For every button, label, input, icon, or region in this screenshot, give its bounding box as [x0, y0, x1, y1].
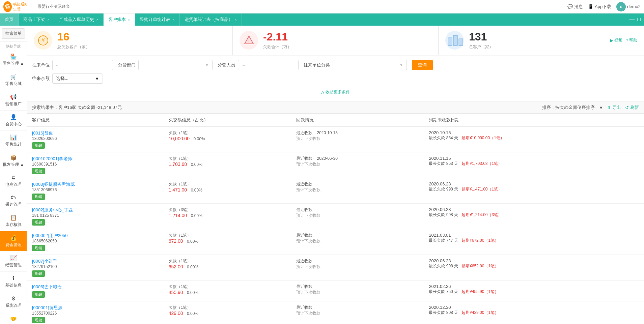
logo-text: 畅捷通好生意 [13, 2, 30, 11]
tab-product-listing[interactable]: 商品上下架 × [19, 13, 54, 26]
dept-input[interactable]: ▼ [138, 60, 213, 70]
collapse-filters-btn[interactable]: ⋀ 收起更多条件 [32, 87, 639, 97]
debt-percent: 0.00% [191, 213, 202, 218]
col-collection-status: 回款情况 [291, 114, 424, 127]
sidebar-item-purchase[interactable]: 🛍 采购管理 [0, 191, 27, 211]
last-collect: 最近收款 [296, 284, 419, 290]
table-row: [0001020001]李老师 18600391516 现销 欠款（1笔） 1,… [27, 152, 644, 178]
overdue-link[interactable]: 超期¥1,471.00（1笔） [461, 187, 502, 192]
overdue-days: 最长欠款 998 天 超期¥1,214.00（3笔） [429, 212, 639, 218]
customer-name-link[interactable]: [0007]小进千 [32, 258, 159, 264]
sidebar-item-member[interactable]: 👤 会员中心 [0, 111, 27, 131]
overdue-link[interactable]: 超期¥10,000.00（1笔） [461, 136, 504, 140]
customer-name-link[interactable]: [0003]畅捷服务尹海蕊 [32, 181, 159, 187]
sidebar-item-inventory[interactable]: 📋 库存核算 [0, 211, 27, 231]
tab-production-history[interactable]: 产成品入库单历史 × [54, 13, 103, 26]
operations-icon: 📈 [2, 255, 25, 261]
next-collect: 预计下次收款 [296, 264, 419, 270]
due-date: 2021.02.26 [429, 284, 639, 289]
ecommerce-icon: 🖥 [2, 175, 25, 181]
help-btn[interactable]: ? 帮助 [626, 37, 637, 43]
close-icon[interactable]: × [96, 18, 98, 22]
debtors-count: 16 [57, 31, 90, 43]
app-download-btn[interactable]: 📱 App下载 [588, 4, 611, 10]
minimize-icon[interactable]: — [629, 17, 635, 23]
view-video-btn[interactable]: ▶ 视频 [610, 37, 622, 43]
mall-icon: 🛒 [2, 73, 25, 80]
cell-collection-3: 最近收款 预计下次收款 [291, 204, 424, 229]
balance-select[interactable]: 选择... ▼ [52, 73, 103, 84]
search-menu-btn[interactable]: 搜索菜单 [2, 28, 25, 39]
tab-home[interactable]: 首页 [0, 13, 19, 26]
overdue-link[interactable]: 超期¥429.00（1笔） [461, 310, 499, 315]
maximize-icon[interactable]: □ [637, 17, 641, 23]
tab-purchase-stats[interactable]: 采购订单统计表 × [135, 13, 179, 26]
next-collect: 预计下次收款 [296, 311, 419, 316]
stat-card-2-info: -2.11 欠款合计（万） [263, 31, 291, 50]
cell-customer-3: [0002]服务中心_丁磊 181 0125 8371 现销 [27, 204, 164, 229]
sidebar-item-retail-stats[interactable]: 📊 零售统计 [0, 131, 27, 151]
debt-amount: 1,703.68 [169, 161, 187, 167]
customer-tag: 现销 [32, 194, 45, 200]
tab-stock-stats[interactable]: 进货单统计表（按商品） × [180, 13, 242, 26]
message-btn[interactable]: 💬 消息 [567, 4, 583, 10]
sidebar-item-marketing[interactable]: 📢 营销推广 [0, 90, 27, 111]
sidebar-item-enterprise[interactable]: 🤝 企业协同 [0, 312, 27, 324]
results-summary: 搜索结果中，客户16家 欠款金额 -21,148.07元 [32, 105, 122, 111]
customer-name-link[interactable]: [0006]去下粮仓 [32, 284, 159, 290]
app-subtitle: 母婴行业演示账套 [34, 4, 70, 9]
sidebar-item-wholesale[interactable]: 📦 批发管理 ▲ [0, 151, 27, 171]
customer-name-link[interactable]: [0001020001]李老师 [32, 156, 159, 162]
overdue-link[interactable]: 超期¥652.00（1笔） [461, 264, 499, 268]
sidebar-item-ecommerce[interactable]: 🖥 电商管理 [0, 171, 27, 191]
close-icon[interactable]: × [235, 18, 237, 22]
customer-name-link[interactable]: [000002]用户2050 [32, 233, 159, 239]
message-icon: 💬 [567, 4, 573, 9]
overdue-link[interactable]: 超期¥455.90（1笔） [461, 289, 499, 294]
system-icon: ⚙ [2, 295, 25, 302]
unit-category-input[interactable]: ▼ [333, 60, 407, 70]
marketing-icon: 📢 [2, 94, 25, 100]
sidebar-item-operations[interactable]: 📈 经营管理 [0, 252, 27, 272]
sidebar-item-system[interactable]: ⚙ 系统管理 [0, 292, 27, 312]
filter-row-2: 往来余额 选择... ▼ [32, 73, 639, 84]
cell-due-7: 2020.12.30 最长欠款 808 天 超期¥429.00（1笔） [424, 301, 644, 324]
sidebar-item-finance[interactable]: 💰 资金管理 [0, 231, 27, 252]
debt-label-text: 欠款（1笔） [169, 130, 286, 136]
stat-card-debtors: ¥ 16 总欠款客户（家） [27, 26, 233, 55]
manager-input[interactable]: ··· [238, 60, 299, 70]
source-unit-input[interactable]: ··· [52, 60, 113, 70]
close-icon[interactable]: × [47, 18, 49, 22]
customer-name-link[interactable]: [0002]服务中心_丁磊 [32, 207, 159, 213]
sidebar-item-basic-info[interactable]: ℹ 基础信息 [0, 272, 27, 292]
debtors-icon: ¥ [34, 31, 52, 50]
customer-tag: 现销 [32, 245, 45, 251]
refresh-btn[interactable]: ↺ 刷新 [625, 105, 639, 111]
cell-collection-5: 最近收款 预计下次收款 [291, 255, 424, 281]
chevron-down-icon: ▼ [205, 63, 209, 67]
due-date: 2021.03.01 [429, 233, 639, 238]
close-icon[interactable]: × [128, 18, 130, 22]
stat-card-total: 131 总客户（家） ▶ 视频 ? 帮助 [439, 26, 644, 55]
export-icon: ⬆ [607, 105, 611, 110]
overdue-link[interactable]: 超期¥1,703.68（1笔） [461, 161, 502, 166]
cell-customer-4: [000002]用户2050 18665062050 现销 [27, 229, 164, 255]
customer-name-link[interactable]: [000001]黄思源 [32, 305, 159, 311]
debt-amount: -2.11 [263, 31, 291, 43]
top-bar: 畅 畅捷通好生意 母婴行业演示账套 💬 消息 📱 App下载 d demo2 [0, 0, 644, 13]
sidebar-item-retail-mgmt[interactable]: 🏪 零售管理 ▲ [0, 50, 27, 70]
close-icon[interactable]: × [172, 18, 174, 22]
cell-debt-2: 欠款（1笔） 1,471.00 0.00% [164, 178, 291, 204]
sidebar-item-retail-mall[interactable]: 🛒 零售商城 [0, 70, 27, 90]
search-btn[interactable]: 查询 [412, 60, 433, 70]
table-row: [0007]小进千 18279152100 现销 欠款（1笔） 652.00 0… [27, 255, 644, 281]
overdue-link[interactable]: 超期¥1,214.00（3笔） [461, 212, 502, 217]
overdue-link[interactable]: 超期¥672.00（1笔） [461, 238, 499, 243]
table-row: [000002]用户2050 18665062050 现销 欠款（1笔） 672… [27, 229, 644, 255]
user-avatar-btn[interactable]: d demo2 [616, 2, 641, 11]
customer-name-link[interactable]: [0016]吕俊 [32, 130, 159, 136]
overdue-days: 最长欠款 853 天 超期¥1,703.68（1笔） [429, 161, 639, 167]
filter-manager: 分管人员 ··· [218, 60, 299, 70]
export-btn[interactable]: ⬆ 导出 [607, 105, 621, 111]
tab-customer-account[interactable]: 客户账本 × [104, 13, 135, 26]
